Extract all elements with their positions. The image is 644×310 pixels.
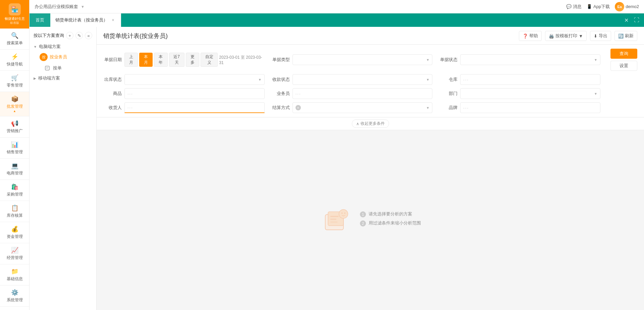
quick-nav-icon: ⚡ — [11, 53, 18, 60]
sidebar-item-operations[interactable]: 📈 经营管理 — [0, 243, 29, 264]
doc-type-control[interactable]: ▼ — [292, 54, 433, 65]
filter-item-out-status: 出库状态 ▼ — [103, 74, 265, 85]
tree-item-pc-section[interactable]: ▼ 电脑端方案 — [30, 42, 96, 51]
edit-icon: ✎ — [77, 33, 81, 38]
export-btn[interactable]: ⬇ 导出 — [590, 31, 611, 41]
settings-btn[interactable]: 设置 — [610, 61, 637, 71]
date-btn-custom[interactable]: 自定义 — [201, 53, 218, 67]
tree-sub-sub-item-by-order[interactable]: 按单 — [30, 63, 96, 73]
tab-close-btn[interactable]: × — [110, 17, 116, 23]
sidebar-item-ecommerce[interactable]: 💻 电商管理 — [0, 159, 29, 180]
header-right-actions: 💬 消息 📱 App下载 Ea demo2 — [566, 2, 639, 11]
date-btn-last-month[interactable]: 上月 — [124, 53, 138, 67]
workspace-selector[interactable]: 办公用品行业模拟账套 ▼ — [35, 4, 85, 10]
wholesale-icon: 📦 — [11, 95, 18, 103]
payment-control[interactable]: × ▼ — [292, 102, 433, 113]
sidebar-item-sales[interactable]: 📊 销售管理 — [0, 138, 29, 159]
salesperson-control[interactable]: ··· — [292, 88, 433, 99]
user-name: demo2 — [626, 4, 639, 9]
tab-maximize-icon[interactable]: ⛶ — [633, 16, 641, 24]
logo-sub-label: 标准版 — [10, 21, 19, 25]
receive-status-control[interactable]: ▼ — [292, 74, 433, 85]
tab-active-label: 销货单统计表（按业务员） — [55, 17, 108, 23]
sidebar-item-quick-nav-label: 快捷导航 — [7, 61, 23, 67]
sidebar-item-quick-nav[interactable]: ⚡ 快捷导航 — [0, 50, 29, 71]
right-content: 销货单统计表(按业务员) ❓ 帮助 🖨️ 按模板打印 ▼ ⬇ 导出 — [97, 27, 644, 310]
empty-content: 1 请先选择要分析的方案 2 用过滤条件来缩小分析范围 — [320, 203, 421, 237]
sidebar-item-system[interactable]: ⚙️ 系统管理 — [0, 286, 29, 307]
payment-clear-btn[interactable]: × — [296, 105, 301, 110]
refresh-btn[interactable]: 🔄 刷新 — [614, 31, 637, 41]
date-btn-more[interactable]: 更多 — [186, 53, 199, 67]
app-download-label: App下载 — [593, 4, 610, 10]
page-header: 销货单统计表(按业务员) ❓ 帮助 🖨️ 按模板打印 ▼ ⬇ 导出 — [97, 27, 644, 45]
left-panel-title: 按以下方案查询 — [34, 33, 64, 39]
tree-sub-item-salesperson-label: 按业务员 — [50, 54, 67, 60]
help-btn[interactable]: ❓ 帮助 — [519, 31, 542, 41]
print-btn[interactable]: 🖨️ 按模板打印 ▼ — [545, 31, 587, 41]
payment-arrow: ▼ — [426, 106, 429, 110]
tip-num-1: 1 — [360, 211, 366, 217]
sidebar-item-finance[interactable]: 💰 资金管理 — [0, 222, 29, 243]
sidebar-item-basic[interactable]: 📁 基础信息 — [0, 264, 29, 286]
message-action[interactable]: 💬 消息 — [566, 4, 582, 10]
left-panel-header: 按以下方案查询 + ✎ « — [30, 30, 96, 42]
edit-scheme-btn[interactable]: ✎ — [75, 32, 83, 39]
department-label: 部门 — [439, 91, 458, 97]
doc-status-control[interactable]: ▼ — [460, 54, 600, 65]
tab-minimize-icon[interactable]: ✕ — [623, 16, 630, 25]
collapse-panel-btn[interactable]: « — [85, 32, 92, 39]
date-btn-this-year[interactable]: 本年 — [154, 53, 167, 67]
tab-active-sales-stat[interactable]: 销货单统计表（按业务员） × — [50, 13, 121, 27]
out-status-control[interactable]: ▼ — [124, 74, 265, 85]
filter-item-receive-status: 收款状态 ▼ — [271, 74, 433, 85]
order-scheme-icon — [44, 64, 51, 72]
filter-item-doc-status: 单据状态 ▼ — [439, 54, 600, 65]
user-profile[interactable]: Ea demo2 — [615, 2, 639, 11]
date-btn-this-month[interactable]: 本月 — [139, 53, 153, 67]
filter-item-goods: 商品 ··· — [103, 88, 265, 99]
app-download-action[interactable]: 📱 App下载 — [587, 4, 610, 10]
goods-control[interactable]: ··· — [124, 88, 265, 99]
consignee-control[interactable]: ··· — [124, 102, 265, 113]
sidebar-item-operations-label: 经营管理 — [7, 255, 23, 261]
goods-label: 商品 — [103, 91, 122, 97]
date-filter-group: 上月 本月 本年 近7天 更多 自定义 — [124, 53, 218, 67]
query-btn[interactable]: 查询 — [610, 49, 637, 59]
sidebar-item-marketing[interactable]: 📢 营销推广 — [0, 116, 29, 138]
tip-num-2: 2 — [360, 220, 366, 226]
out-status-arrow: ▼ — [258, 78, 262, 82]
brand-control[interactable]: ··· — [460, 102, 600, 113]
salesperson-scheme-icon: 按 — [40, 53, 48, 61]
brand-dots: ··· — [463, 105, 469, 110]
finance-icon: 💰 — [11, 225, 18, 233]
department-control[interactable]: ▼ — [460, 88, 600, 99]
export-label: 导出 — [599, 33, 607, 39]
sidebar-item-ecommerce-label: 电商管理 — [7, 170, 23, 176]
tree-item-mobile-section[interactable]: ▶ 移动端方案 — [30, 73, 96, 83]
sidebar-item-sales-label: 销售管理 — [7, 149, 23, 155]
tab-home[interactable]: 首页 — [30, 13, 50, 27]
tree-sub-item-by-salesperson[interactable]: 按 按业务员 — [30, 51, 96, 63]
add-icon: + — [68, 33, 71, 38]
content-area: 按以下方案查询 + ✎ « ▼ 电脑端方案 — [30, 27, 644, 310]
collapse-more-btn[interactable]: ∧ 收起更多条件 — [352, 119, 389, 128]
sidebar-item-marketing-label: 营销推广 — [7, 128, 23, 134]
sidebar-item-retail[interactable]: 🛒 零售管理 — [0, 71, 29, 92]
sidebar-item-search[interactable]: 🔍 搜索菜单 — [0, 29, 29, 50]
date-btn-last-7-days[interactable]: 近7天 — [169, 53, 184, 67]
filter-row-2: 出库状态 ▼ 收款状态 ▼ 仓库 — [103, 74, 637, 85]
left-panel: 按以下方案查询 + ✎ « ▼ 电脑端方案 — [30, 27, 97, 310]
sidebar-item-inventory[interactable]: 📋 库存核算 — [0, 201, 29, 222]
left-panel-actions: + ✎ « — [66, 32, 92, 39]
sidebar-logo[interactable]: 🏪 畅捷通好生意 标准版 — [0, 0, 30, 29]
sidebar-item-enterprise[interactable]: 🤝 企业协同 — [0, 307, 29, 310]
sidebar-item-purchase[interactable]: 🛍️ 采购管理 — [0, 180, 29, 201]
app-download-icon: 📱 — [587, 4, 592, 9]
warehouse-control[interactable]: ··· — [460, 74, 600, 85]
help-icon: ❓ — [523, 34, 528, 39]
salesperson-dots: ··· — [296, 91, 301, 96]
add-scheme-btn[interactable]: + — [66, 32, 73, 39]
print-dropdown-arrow: ▼ — [579, 34, 583, 39]
sidebar-item-wholesale[interactable]: 📦 批发管理 ▲ — [0, 92, 29, 116]
